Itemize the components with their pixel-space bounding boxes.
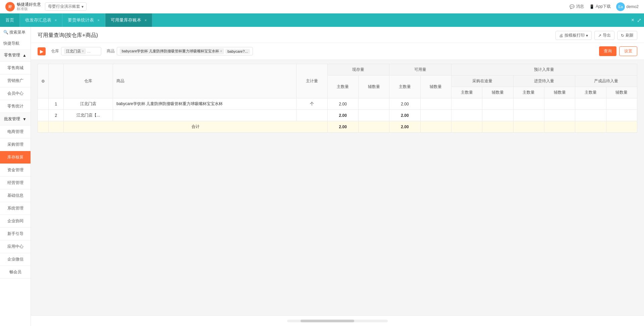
row1-index: 1: [49, 98, 64, 110]
top-bar-left: 好 畅捷通好生意 标准版 母婴行业演示账套: [5, 2, 87, 11]
sidebar-item-basic[interactable]: 基础信息: [0, 189, 31, 202]
row2-incoming-aux: [544, 110, 575, 121]
sidebar-item-enterprise[interactable]: 企业协同: [0, 215, 31, 228]
total-current-aux: [358, 121, 389, 133]
row1-purchase-main: [451, 98, 482, 110]
warehouse-tag-close[interactable]: ×: [82, 49, 84, 53]
total-product-main: [575, 121, 606, 133]
download-icon: 📱: [589, 4, 594, 9]
sidebar-item-zero-retail[interactable]: 零售管理 ▲: [0, 49, 31, 62]
sidebar-item-retail-stats[interactable]: 零售统计: [0, 100, 31, 113]
sidebar: 🔍 搜索菜单 快捷导航 零售管理 ▲ 零售商城 营销推广 会员中心 零售统计 批…: [0, 27, 31, 326]
sidebar-item-finance[interactable]: 资金管理: [0, 164, 31, 177]
sidebar-quick-nav[interactable]: 快捷导航: [0, 38, 31, 49]
sidebar-item-wechat[interactable]: 企业微信: [0, 253, 31, 266]
sidebar-item-ecommerce[interactable]: 电商管理: [0, 126, 31, 138]
index-col-header: [49, 64, 64, 98]
row2-product: [113, 110, 297, 121]
print-chevron-icon: [586, 33, 588, 38]
print-icon: 🖨: [559, 33, 563, 38]
sidebar-item-retail-mall[interactable]: 零售商城: [0, 62, 31, 75]
sidebar-item-member[interactable]: 会员中心: [0, 87, 31, 100]
tab-order-close[interactable]: ×: [97, 18, 99, 22]
total-index: [49, 121, 64, 133]
main-unit-col-header: 主计量: [297, 64, 327, 98]
top-bar-right: 💬 消息 📱 App下载 Ea demo2: [570, 2, 639, 11]
print-button[interactable]: 🖨 按模板打印: [555, 31, 592, 40]
avail-main-header: 主数量: [389, 76, 420, 98]
row1-settings: [38, 98, 49, 110]
current-aux-header: 辅数量: [358, 76, 389, 98]
sidebar-item-operation[interactable]: 经营管理: [0, 177, 31, 189]
table-row: 1 江北门店 babycare学饮杯 儿童防摔防撞吸管杯重力球吸嘴杯宝宝水杯 个…: [38, 98, 637, 110]
product-main-header: 主数量: [575, 87, 606, 98]
settings-button[interactable]: 设置: [619, 46, 637, 56]
planned-in-header: 预计入库量: [451, 64, 637, 76]
sidebar-item-inventory[interactable]: 库存核算: [0, 151, 31, 164]
page-title: 可用量查询(按仓库+商品): [38, 32, 98, 39]
row2-unit: [297, 110, 327, 121]
total-label: 合计: [63, 121, 327, 133]
query-button[interactable]: 查询: [599, 46, 616, 56]
product-tag-1-close[interactable]: ×: [220, 49, 222, 53]
user-profile[interactable]: Ea demo2: [616, 2, 639, 11]
warehouse-filter-label: 仓库: [51, 48, 59, 54]
row2-current-aux: [358, 110, 389, 121]
tab-available[interactable]: 可用量库存账本 ×: [105, 13, 152, 27]
row2-avail-main: 2.00: [389, 110, 420, 121]
chevron-down-icon: [82, 4, 84, 9]
product-aux-header: 辅数量: [606, 87, 637, 98]
row1-current-main: 2.00: [327, 98, 358, 110]
product-filter-tags[interactable]: babycare学饮杯 儿童防摔防撞吸管杯重力球吸嘴杯宝宝水杯 × babyca…: [117, 47, 253, 55]
tab-home[interactable]: 首页: [0, 13, 20, 27]
filter-actions: 查询 设置: [599, 46, 637, 56]
available-header: 可用量: [389, 64, 451, 76]
total-product-aux: [606, 121, 637, 133]
export-icon: ↗: [598, 33, 601, 38]
product-filter-label: 商品: [107, 48, 115, 54]
tab-order[interactable]: 要货单统计表 ×: [62, 13, 105, 27]
row1-incoming-main: [513, 98, 544, 110]
total-settings: [38, 121, 49, 133]
scrollbar-thumb[interactable]: [301, 320, 354, 322]
sidebar-item-system[interactable]: 系统管理: [0, 202, 31, 215]
sidebar-item-member2[interactable]: 畅会员: [0, 266, 31, 279]
sidebar-item-newbie[interactable]: 新手引导: [0, 228, 31, 240]
message-button[interactable]: 💬 消息: [570, 4, 584, 9]
sidebar-item-wholesale[interactable]: 批发管理 ▼: [0, 113, 31, 126]
row1-warehouse: 江北门店: [63, 98, 113, 110]
message-icon: 💬: [570, 4, 575, 9]
nav-expand-btn[interactable]: ⤢: [637, 17, 641, 24]
nav-close-btn[interactable]: ×: [631, 17, 634, 23]
tab-available-close[interactable]: ×: [145, 18, 147, 22]
warehouse-filter-dots[interactable]: ...: [87, 49, 91, 54]
sidebar-item-purchase[interactable]: 采购管理: [0, 138, 31, 151]
tab-receive[interactable]: 收发存汇总表 ×: [20, 13, 62, 27]
row2-incoming-main: [513, 110, 544, 121]
row1-avail-main: 2.00: [389, 98, 420, 110]
refresh-icon: ↻: [621, 33, 624, 38]
app-download-button[interactable]: 📱 App下载: [589, 4, 611, 9]
refresh-button[interactable]: ↻ 刷新: [617, 31, 637, 40]
total-current-main: 2.00: [327, 121, 358, 133]
tab-receive-close[interactable]: ×: [55, 18, 57, 22]
sidebar-item-marketing[interactable]: 营销推广: [0, 75, 31, 87]
export-button[interactable]: ↗ 导出: [594, 31, 614, 40]
avail-aux-header: 辅数量: [420, 76, 451, 98]
industry-selector[interactable]: 母婴行业演示账套: [45, 2, 87, 11]
row1-purchase-aux: [482, 98, 513, 110]
filter-expand-button[interactable]: ▶: [38, 47, 46, 55]
product-tag-2: babycare?...: [225, 49, 250, 54]
sidebar-search[interactable]: 🔍 搜索菜单: [0, 27, 31, 38]
row2-current-main: 2.00: [327, 110, 358, 121]
data-table: ⚙ 仓库 商品 主计量 现存量 可用量 预计入库量 主数量 辅数量 主数量 辅数…: [38, 64, 637, 133]
row1-product-main: [575, 98, 606, 110]
scrollbar-track[interactable]: [287, 320, 388, 322]
row1-unit: 个: [297, 98, 327, 110]
filter-area: ▶ 仓库 江北门店 × ... 商品 babycare学饮杯 儿童防摔防撞吸管杯…: [31, 43, 644, 60]
sidebar-item-appstore[interactable]: 应用中心: [0, 240, 31, 253]
purchase-on-way-header: 采购在途量: [451, 76, 513, 87]
warehouse-filter-tags[interactable]: 江北门店 × ...: [61, 47, 101, 55]
product-tag-1: babycare学饮杯 儿童防摔防撞吸管杯重力球吸嘴杯宝宝水杯 ×: [120, 48, 224, 54]
table-row: 2 江北门店【... 2.00 2.00: [38, 110, 637, 121]
